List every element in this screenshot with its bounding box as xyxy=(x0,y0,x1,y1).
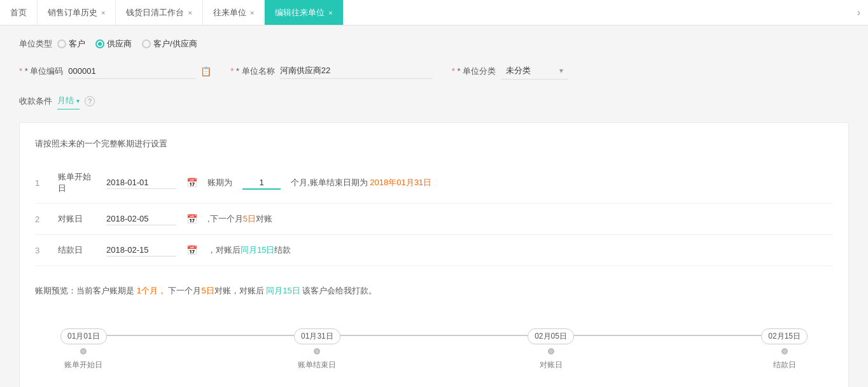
unit-name-input[interactable] xyxy=(280,64,433,79)
timeline-desc-payment: 结款日 xyxy=(773,360,796,370)
setting-row-3: 3 结款日 📅 ，对账后同月15日结款 xyxy=(35,235,833,266)
payment-terms-row: 收款条件 月结 ▾ ? xyxy=(19,92,849,109)
unit-category-select[interactable]: 未分类 ▾ xyxy=(501,62,568,80)
row-3-desc: ，对账后同月15日结款 xyxy=(207,244,291,256)
preview-period: 1个月， xyxy=(137,286,166,295)
row-1-period-end-date: 2018年01月31日 xyxy=(370,178,431,187)
timeline-date-payment: 02月15日 xyxy=(761,328,808,344)
unit-code-copy-icon[interactable]: 📋 xyxy=(200,66,211,76)
unit-type-row: 单位类型 客户 供应商 客户/供应商 xyxy=(19,38,849,50)
tab-partner-unit[interactable]: 往来单位 × xyxy=(203,0,265,25)
page-content: 单位类型 客户 供应商 客户/供应商 * * 单位编码 📋 xyxy=(0,25,868,387)
radio-supplier-circle xyxy=(95,39,104,48)
preview-section: 账期预览：当前客户账期是 1个月， 下一个月5日对账，对账后 同月15日 该客户… xyxy=(35,279,833,297)
row-3-date-input[interactable] xyxy=(106,244,176,257)
timeline-dot-start xyxy=(80,348,87,355)
timeline-dot-payment xyxy=(781,348,788,355)
radio-customer-circle xyxy=(57,39,66,48)
radio-supplier[interactable]: 供应商 xyxy=(95,38,132,50)
timeline-points: 01月01日 账单开始日 01月31日 账单结束日 02月05日 对账日 02月… xyxy=(60,328,808,370)
payment-terms-field: 收款条件 月结 ▾ ? xyxy=(19,92,95,109)
timeline: 01月01日 账单开始日 01月31日 账单结束日 02月05日 对账日 02月… xyxy=(35,316,833,387)
tab-partner-unit-close[interactable]: × xyxy=(250,9,254,17)
row-1-label: 账单开始日 xyxy=(58,171,96,194)
unit-category-label: * * 单位分类 xyxy=(452,66,496,77)
payment-terms-arrow: ▾ xyxy=(76,97,80,104)
timeline-date-end: 01月31日 xyxy=(294,328,340,344)
unit-info-row: * * 单位编码 📋 * * 单位名称 * * 单位分类 未分类 ▾ xyxy=(19,62,849,80)
unit-code-field: * * 单位编码 📋 xyxy=(19,64,211,79)
row-2-label: 对账日 xyxy=(58,213,96,225)
unit-name-label: * * 单位名称 xyxy=(230,66,274,77)
unit-category-field: * * 单位分类 未分类 ▾ xyxy=(452,62,568,80)
row-3-highlight: 同月15日 xyxy=(241,245,274,255)
radio-supplier-label: 供应商 xyxy=(107,38,132,50)
row-3-calendar-icon[interactable]: 📅 xyxy=(186,245,197,255)
unit-code-label: * * 单位编码 xyxy=(19,66,63,77)
tab-cash-work[interactable]: 钱货日清工作台 × xyxy=(116,0,202,25)
unit-name-field: * * 单位名称 xyxy=(230,64,432,79)
timeline-desc-end: 账单结束日 xyxy=(298,360,336,370)
radio-both[interactable]: 客户/供应商 xyxy=(142,38,197,50)
timeline-point-reconcile: 02月05日 对账日 xyxy=(528,328,574,370)
timeline-point-payment: 02月15日 结款日 xyxy=(761,328,808,370)
unit-type-radio-group: 客户 供应商 客户/供应商 xyxy=(57,38,197,50)
row-1-calendar-icon[interactable]: 📅 xyxy=(186,178,197,188)
tab-home[interactable]: 首页 xyxy=(0,0,38,25)
row-1-period-label: 账期为 xyxy=(207,177,232,188)
radio-customer[interactable]: 客户 xyxy=(57,38,85,50)
radio-both-label: 客户/供应商 xyxy=(153,38,197,50)
row-2-desc: ,下一个月5日对账 xyxy=(207,213,272,225)
setting-row-2: 2 对账日 📅 ,下一个月5日对账 xyxy=(35,204,833,235)
row-1-date-input[interactable] xyxy=(106,176,176,189)
row-1-num: 1 xyxy=(35,178,48,188)
timeline-desc-reconcile: 对账日 xyxy=(540,360,563,370)
timeline-point-start: 01月01日 账单开始日 xyxy=(60,328,107,370)
tabs-bar: 首页 销售订单历史 × 钱货日清工作台 × 往来单位 × 编辑往来单位 × › xyxy=(0,0,868,25)
timeline-date-reconcile: 02月05日 xyxy=(528,328,574,344)
row-1-period-input[interactable] xyxy=(242,176,281,190)
radio-customer-label: 客户 xyxy=(69,38,85,50)
payment-terms-value: 月结 xyxy=(57,95,74,106)
tab-cash-work-close[interactable]: × xyxy=(188,9,192,17)
tab-sales-history-close[interactable]: × xyxy=(101,9,105,17)
unit-code-input[interactable] xyxy=(68,64,195,79)
settings-panel: 请按照未来的一个完整帐期进行设置 1 账单开始日 📅 账期为 个月,账单结束日期… xyxy=(19,122,849,387)
unit-category-value: 未分类 xyxy=(506,65,557,76)
payment-terms-select[interactable]: 月结 ▾ xyxy=(57,92,80,109)
unit-category-arrow: ▾ xyxy=(559,66,563,75)
unit-type-field: 单位类型 客户 供应商 客户/供应商 xyxy=(19,38,197,50)
row-2-calendar-icon[interactable]: 📅 xyxy=(186,214,197,224)
tabs-scroll-arrow[interactable]: › xyxy=(850,7,868,18)
row-2-num: 2 xyxy=(35,215,48,224)
timeline-dot-end xyxy=(314,348,320,355)
row-3-num: 3 xyxy=(35,246,48,255)
tab-edit-partner[interactable]: 编辑往来单位 × xyxy=(265,0,343,25)
row-2-highlight: 5日 xyxy=(243,214,256,223)
row-3-label: 结款日 xyxy=(58,244,96,256)
help-icon[interactable]: ? xyxy=(85,96,95,106)
row-2-date-input[interactable] xyxy=(106,213,176,225)
radio-both-circle xyxy=(142,39,151,48)
timeline-date-start: 01月01日 xyxy=(60,328,107,344)
setting-row-1: 1 账单开始日 📅 账期为 个月,账单结束日期为 2018年01月31日 xyxy=(35,162,833,204)
unit-type-label: 单位类型 xyxy=(19,38,52,50)
row-1-period-unit: 个月,账单结束日期为 2018年01月31日 xyxy=(291,177,431,188)
payment-terms-label: 收款条件 xyxy=(19,95,52,107)
timeline-point-end: 01月31日 账单结束日 xyxy=(294,328,340,370)
preview-payment-highlight: 同月15日 xyxy=(266,286,300,295)
timeline-desc-start: 账单开始日 xyxy=(64,360,102,370)
tab-sales-history[interactable]: 销售订单历史 × xyxy=(38,0,116,25)
tab-edit-partner-close[interactable]: × xyxy=(328,9,332,17)
timeline-dot-reconcile xyxy=(548,348,554,355)
preview-reconcile-highlight: 5日 xyxy=(201,286,214,295)
panel-hint: 请按照未来的一个完整帐期进行设置 xyxy=(35,138,833,150)
